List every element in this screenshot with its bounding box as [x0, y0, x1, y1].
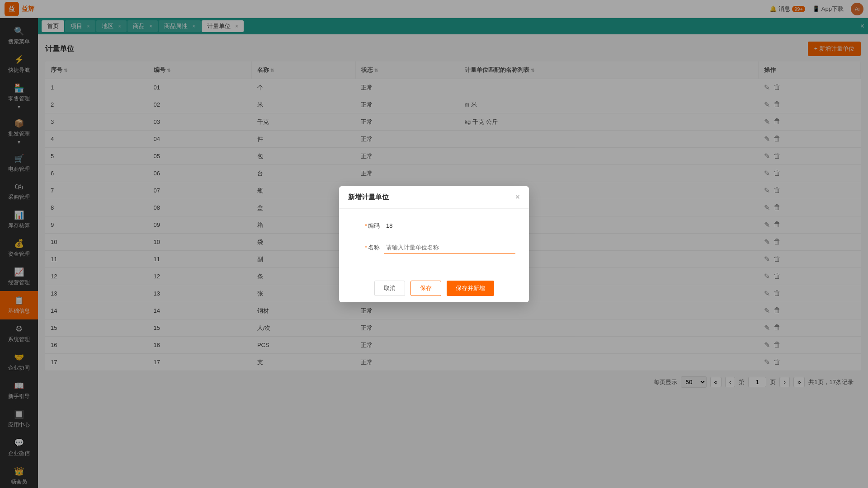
modal-overlay[interactable]: 新增计量单位 × *编码 *名称 取消 保存 — [0, 0, 868, 488]
required-mark-name: * — [365, 244, 367, 251]
modal-title: 新增计量单位 — [348, 193, 389, 202]
save-continue-button[interactable]: 保存并新增 — [447, 281, 494, 296]
cancel-button[interactable]: 取消 — [374, 281, 405, 296]
app-container: 益 益辉 🔔 消息 99+ 📱 App下载 Ai 🔍 搜索菜单 — [0, 0, 868, 488]
modal-header: 新增计量单位 × — [339, 186, 529, 209]
code-form-row: *编码 — [353, 220, 515, 232]
name-label: *名称 — [353, 244, 380, 252]
modal-close-button[interactable]: × — [515, 192, 520, 202]
code-input[interactable] — [384, 220, 515, 232]
name-input[interactable] — [384, 241, 515, 254]
modal-footer: 取消 保存 保存并新增 — [339, 274, 529, 302]
add-unit-modal: 新增计量单位 × *编码 *名称 取消 保存 — [339, 186, 529, 302]
code-label: *编码 — [353, 222, 380, 230]
name-form-row: *名称 — [353, 241, 515, 254]
save-button[interactable]: 保存 — [410, 281, 441, 296]
required-mark-code: * — [365, 222, 367, 229]
modal-body: *编码 *名称 — [339, 209, 529, 274]
